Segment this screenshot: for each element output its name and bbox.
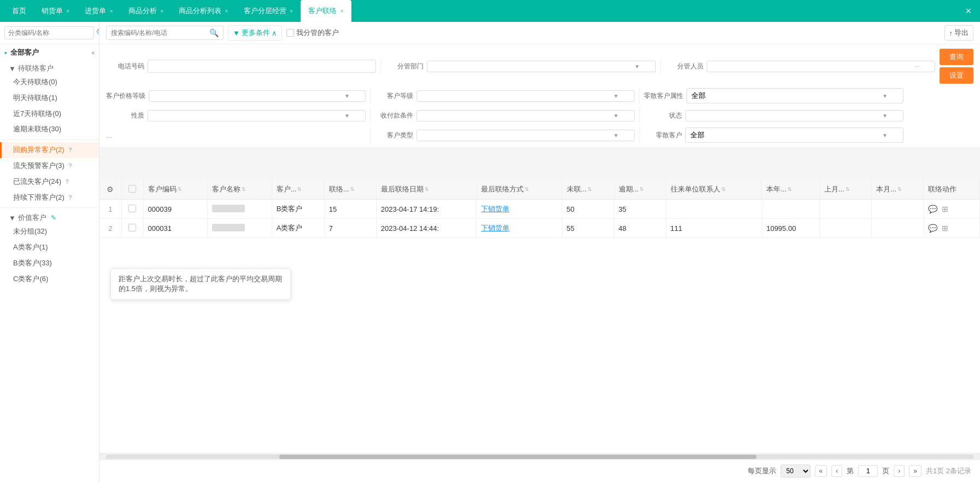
cell-last-method-1[interactable]: 下销货单 bbox=[477, 200, 562, 219]
col-last-contact-date[interactable]: 最后联络日期 ⇅ bbox=[376, 179, 476, 200]
sidebar-collapse-icon[interactable]: « bbox=[91, 50, 95, 56]
row-checkbox-1[interactable] bbox=[128, 205, 136, 212]
price-grade-select[interactable]: ▼ bbox=[149, 90, 366, 102]
nav-close-customer-tiering[interactable]: × bbox=[290, 8, 293, 14]
col-contact[interactable]: 联络... ⇅ bbox=[324, 179, 376, 200]
action-chat-icon-2[interactable]: 💬 bbox=[928, 224, 937, 233]
col-settings[interactable]: ⚙ bbox=[99, 179, 121, 200]
settings-button[interactable]: 设置 bbox=[940, 67, 973, 84]
cell-name-2 bbox=[208, 219, 272, 238]
retail-attr-select[interactable]: 全部 ▼ bbox=[686, 88, 903, 103]
advanced-filter: 电话号码 分管部门 ▼ 分管人员 ··· bbox=[99, 44, 980, 148]
method-link-1[interactable]: 下销货单 bbox=[481, 205, 509, 213]
col-customer-type[interactable]: 客户... ⇅ bbox=[272, 179, 324, 200]
manager-select[interactable]: ··· bbox=[707, 61, 935, 72]
nav-product-analysis[interactable]: 商品分析 × bbox=[121, 0, 171, 22]
my-customers-checkbox[interactable] bbox=[286, 29, 294, 37]
sidebar-item-class-b[interactable]: B类客户(33) bbox=[0, 255, 99, 271]
prev-page-btn[interactable]: ‹ bbox=[831, 465, 842, 477]
settings-icon[interactable]: ⚙ bbox=[107, 185, 114, 194]
payment-arrow: ▼ bbox=[613, 113, 619, 119]
filter-row-1: 电话号码 分管部门 ▼ 分管人员 ··· bbox=[106, 49, 973, 84]
nav-close-product-analysis[interactable]: × bbox=[160, 8, 163, 14]
sidebar-item-overdue-contact[interactable]: 逾期未联络(30) bbox=[0, 121, 99, 137]
customer-name-blur-1 bbox=[212, 205, 245, 212]
nav-close-customer-contact[interactable]: × bbox=[340, 8, 343, 14]
nav-product-analysis-list[interactable]: 商品分析列表 × bbox=[171, 0, 236, 22]
page-input[interactable] bbox=[858, 465, 878, 477]
horizontal-scrollbar[interactable] bbox=[99, 453, 980, 460]
customer-level-select[interactable]: ▼ bbox=[416, 90, 635, 102]
sort-icon-this-year: ⇅ bbox=[788, 187, 792, 192]
my-customers-checkbox-label[interactable]: 我分管的客户 bbox=[286, 28, 339, 38]
sidebar-item-7day-contact[interactable]: 近7天待联络(0) bbox=[0, 106, 99, 122]
customer-level-label: 客户等级 bbox=[375, 91, 413, 101]
filter-customer-level: 客户等级 ▼ bbox=[375, 90, 635, 102]
nav-customer-contact[interactable]: 客户联络 × bbox=[301, 0, 351, 22]
cell-last-method-2[interactable]: 下销货单 bbox=[477, 219, 562, 238]
sidebar-pending-arrow: ▼ bbox=[9, 65, 16, 73]
first-page-btn[interactable]: « bbox=[815, 465, 828, 477]
cell-checkbox-1[interactable] bbox=[121, 200, 143, 219]
col-code[interactable]: 客户编码 ⇅ bbox=[143, 179, 208, 200]
sidebar-group-pending[interactable]: ▼ 待联络客户 bbox=[0, 61, 99, 74]
sidebar-item-unclassified[interactable]: 未分组(32) bbox=[0, 224, 99, 240]
next-page-btn[interactable]: › bbox=[894, 465, 905, 477]
export-btn[interactable]: ↑ 导出 bbox=[944, 25, 974, 40]
col-unread[interactable]: 未联... ⇅ bbox=[562, 179, 614, 200]
col-unit-contact[interactable]: 往来单位联系人 ⇅ bbox=[666, 179, 762, 200]
status-select[interactable]: ▼ bbox=[685, 110, 903, 121]
action-grid-icon-1[interactable]: ⊞ bbox=[942, 205, 948, 213]
customer-type-arrow: ▼ bbox=[613, 132, 619, 138]
nav-purchase-order[interactable]: 进货单 × bbox=[77, 0, 120, 22]
col-last-month[interactable]: 上月... ⇅ bbox=[820, 179, 872, 200]
dept-select[interactable]: ▼ bbox=[427, 61, 655, 72]
sidebar-item-tomorrow-contact[interactable]: 明天待联络(1) bbox=[0, 90, 99, 106]
scroll-thumb[interactable] bbox=[279, 455, 756, 459]
action-chat-icon-1[interactable]: 💬 bbox=[928, 205, 937, 213]
sidebar-search-input[interactable] bbox=[4, 26, 94, 39]
sidebar-item-class-c[interactable]: C类客户(6) bbox=[0, 271, 99, 287]
more-conditions-btn[interactable]: ▼ 更多条件 ∧ bbox=[228, 25, 282, 40]
nav-sales-order[interactable]: 销货单 × bbox=[34, 0, 77, 22]
nav-close-sales-order[interactable]: × bbox=[66, 8, 69, 14]
sidebar-item-churned[interactable]: 已流失客户(24) ? bbox=[0, 174, 99, 190]
last-page-btn[interactable]: » bbox=[909, 465, 922, 477]
nav-home[interactable]: 首页 bbox=[4, 0, 34, 22]
ellipsis-btn[interactable]: ... bbox=[106, 131, 112, 140]
sidebar-all-customers[interactable]: ▪ 全部客户 « bbox=[0, 44, 99, 61]
nav-close-purchase-order[interactable]: × bbox=[109, 8, 113, 14]
cell-last-date-2: 2023-04-12 14:44: bbox=[376, 219, 476, 238]
sidebar-item-class-a[interactable]: A类客户(1) bbox=[0, 240, 99, 255]
cell-this-year-2: 10995.00 bbox=[762, 219, 820, 238]
method-link-2[interactable]: 下销货单 bbox=[481, 224, 509, 232]
sidebar-group-value-customers[interactable]: ▼ 价值客户 ✎ bbox=[0, 210, 99, 224]
filter-icon: ▼ bbox=[233, 29, 240, 37]
sidebar-item-churn-warning[interactable]: 流失预警客户(3) ? bbox=[0, 158, 99, 174]
per-page-select[interactable]: 50 20 100 bbox=[781, 464, 811, 478]
action-grid-icon-2[interactable]: ⊞ bbox=[942, 224, 948, 233]
col-this-year[interactable]: 本年... ⇅ bbox=[762, 179, 820, 200]
sidebar-item-repurchase-abnormal[interactable]: 回购异常客户(2) ? bbox=[0, 142, 99, 158]
query-button[interactable]: 查询 bbox=[940, 49, 973, 65]
nav-customer-tiering[interactable]: 客户分层经营 × bbox=[236, 0, 301, 22]
nav-close-all[interactable]: × bbox=[961, 5, 976, 17]
col-last-contact-method[interactable]: 最后联络方式 ⇅ bbox=[477, 179, 562, 200]
col-name[interactable]: 客户名称 ⇅ bbox=[208, 179, 272, 200]
sidebar-item-today-contact[interactable]: 今天待联络(0) bbox=[0, 74, 99, 90]
phone-input[interactable] bbox=[148, 60, 376, 73]
customer-type-select[interactable]: ▼ bbox=[416, 130, 635, 141]
col-this-month[interactable]: 本月... ⇅ bbox=[872, 179, 924, 200]
gender-select[interactable]: ▼ bbox=[148, 110, 366, 121]
select-all-checkbox[interactable] bbox=[128, 185, 136, 193]
retail-customer-select[interactable]: 全部 ▼ bbox=[685, 127, 903, 143]
search-input[interactable] bbox=[111, 29, 209, 37]
sidebar-item-declining[interactable]: 持续下滑客户(2) ? bbox=[0, 190, 99, 206]
sidebar-edit-icon[interactable]: ✎ bbox=[51, 214, 56, 222]
payment-select[interactable]: ▼ bbox=[416, 110, 635, 121]
filter-row-3: 性质 ▼ 收付款条件 ▼ 状态 bbox=[106, 108, 973, 123]
nav-close-product-analysis-list[interactable]: × bbox=[225, 8, 228, 14]
cell-checkbox-2[interactable] bbox=[121, 219, 143, 238]
col-overdue[interactable]: 逾期... ⇅ bbox=[614, 179, 666, 200]
row-checkbox-2[interactable] bbox=[128, 224, 136, 231]
